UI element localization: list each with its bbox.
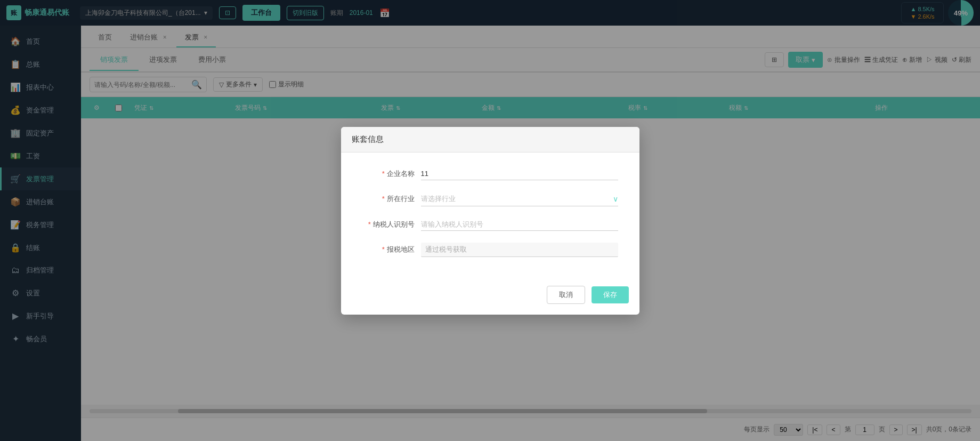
required-star: * — [368, 220, 371, 228]
modal-body: * 企业名称 * 所在行业 请选择行业 ∨ * — [341, 153, 639, 279]
modal: 账套信息 * 企业名称 * 所在行业 请选择行业 ∨ — [341, 127, 639, 315]
chevron-down-icon: ∨ — [613, 195, 618, 203]
modal-overlay: 账套信息 * 企业名称 * 所在行业 请选择行业 ∨ — [0, 0, 980, 441]
company-name-input[interactable] — [421, 167, 618, 180]
form-row-tax-region: * 报税地区 通过税号获取 — [362, 243, 618, 257]
tax-id-label: * 纳税人识别号 — [362, 220, 421, 229]
industry-select[interactable]: 请选择行业 ∨ — [421, 192, 618, 206]
form-row-company: * 企业名称 — [362, 167, 618, 180]
tax-id-input[interactable] — [421, 218, 618, 231]
modal-header: 账套信息 — [341, 127, 639, 153]
modal-footer: 取消 保存 — [341, 279, 639, 315]
required-star: * — [382, 245, 385, 253]
save-button[interactable]: 保存 — [592, 286, 629, 303]
form-row-tax-id: * 纳税人识别号 — [362, 218, 618, 231]
required-star: * — [382, 195, 385, 203]
industry-placeholder: 请选择行业 — [421, 194, 613, 204]
industry-label: * 所在行业 — [362, 194, 421, 204]
modal-title: 账套信息 — [352, 134, 384, 143]
tax-region-field: 通过税号获取 — [421, 243, 618, 257]
cancel-button[interactable]: 取消 — [547, 286, 585, 304]
company-name-label: * 企业名称 — [362, 169, 421, 179]
tax-region-label: * 报税地区 — [362, 245, 421, 254]
form-row-industry: * 所在行业 请选择行业 ∨ — [362, 192, 618, 206]
required-star: * — [382, 170, 385, 178]
